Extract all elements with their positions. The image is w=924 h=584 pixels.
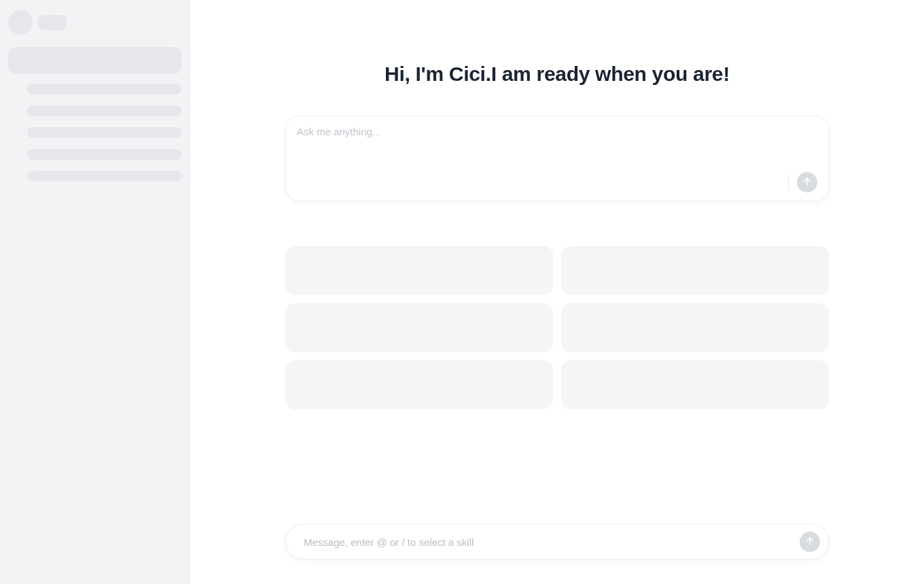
arrow-up-icon — [802, 176, 813, 189]
suggestion-card-skeleton — [285, 246, 553, 295]
sidebar-line-skeleton — [27, 171, 181, 182]
suggestion-cards — [285, 246, 829, 409]
sidebar-header — [8, 10, 181, 35]
main-input[interactable] — [297, 126, 817, 167]
suggestion-card-skeleton — [561, 246, 829, 295]
suggestion-card-skeleton — [561, 360, 829, 409]
suggestion-card-skeleton — [561, 303, 829, 352]
bottom-input-bar — [285, 524, 829, 560]
hero-title: Hi, I'm Cici.I am ready when you are! — [385, 63, 730, 86]
send-button-bottom[interactable] — [800, 532, 820, 552]
main-input-actions — [297, 172, 817, 192]
arrow-up-icon — [804, 536, 815, 549]
sidebar-block-skeleton — [8, 47, 181, 74]
send-button-main[interactable] — [797, 172, 817, 192]
main-input-card — [285, 116, 829, 201]
sidebar-line-skeleton — [27, 149, 181, 160]
message-input[interactable] — [304, 536, 800, 548]
name-skeleton — [38, 15, 67, 30]
sidebar — [0, 0, 190, 584]
sidebar-line-skeleton — [27, 84, 181, 95]
suggestion-card-skeleton — [285, 303, 553, 352]
sidebar-line-skeleton — [27, 127, 181, 138]
suggestion-card-skeleton — [285, 360, 553, 409]
main-content: Hi, I'm Cici.I am ready when you are! — [190, 0, 924, 584]
separator — [788, 174, 789, 190]
avatar-skeleton — [8, 10, 33, 35]
sidebar-line-skeleton — [27, 105, 181, 116]
